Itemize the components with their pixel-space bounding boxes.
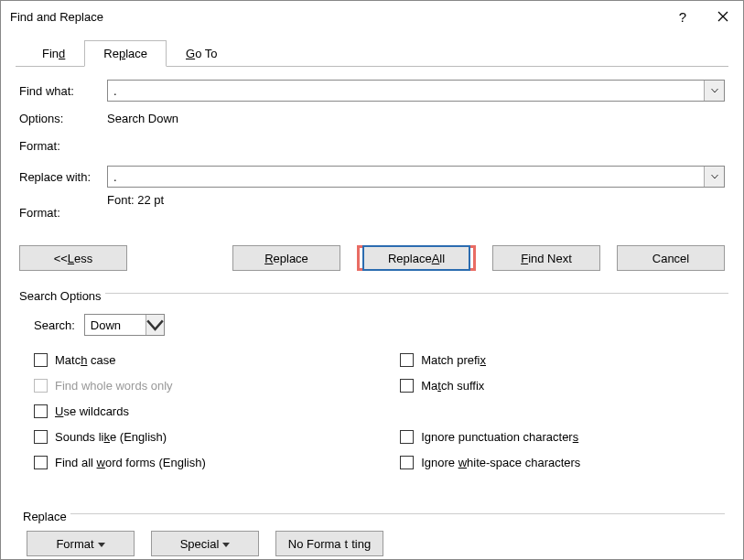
match-case-checkbox[interactable]: Match case bbox=[34, 347, 394, 372]
options-right-column: Match prefix Match suffix Ignore punctua… bbox=[394, 347, 725, 475]
ignore-whitespace-checkbox[interactable]: Ignore white-space characters bbox=[400, 449, 725, 475]
find-next-button[interactable]: Find Next bbox=[492, 245, 600, 271]
find-what-label: Find what: bbox=[19, 84, 107, 98]
use-wildcards-checkbox[interactable]: Use wildcards bbox=[34, 398, 394, 424]
format-label-1: Format: bbox=[19, 139, 107, 153]
checkbox-icon bbox=[34, 430, 48, 444]
dialog-body: Find Replace Go To Find what: Options: S… bbox=[1, 32, 743, 560]
search-direction-select[interactable]: Down bbox=[84, 314, 165, 336]
replace-with-dropdown-button[interactable] bbox=[704, 167, 724, 187]
sounds-like-checkbox[interactable]: Sounds like (English) bbox=[34, 424, 394, 449]
no-formatting-button[interactable]: No Formatting bbox=[275, 531, 383, 556]
caret-down-icon bbox=[222, 537, 230, 551]
search-direction-label: Search: bbox=[34, 318, 75, 332]
format-menu-button[interactable]: Format bbox=[27, 531, 135, 556]
checkbox-icon bbox=[400, 456, 414, 469]
match-prefix-checkbox[interactable]: Match prefix bbox=[400, 347, 725, 372]
tab-find[interactable]: Find bbox=[23, 40, 84, 67]
search-direction-dropdown-button[interactable] bbox=[146, 315, 164, 335]
whole-words-checkbox: Find whole words only bbox=[34, 372, 394, 398]
main-button-row: << Less Replace Replace All Find Next Ca… bbox=[16, 225, 728, 271]
ignore-punctuation-checkbox[interactable]: Ignore punctuation characters bbox=[400, 424, 725, 449]
replace-button[interactable]: Replace bbox=[232, 245, 340, 271]
cancel-button[interactable]: Cancel bbox=[617, 245, 725, 271]
search-options-heading: Search Options bbox=[16, 282, 105, 305]
bottom-section: Replace Format Special No Formatting bbox=[16, 475, 728, 556]
replace-with-combo[interactable] bbox=[107, 166, 725, 188]
chevron-down-icon bbox=[711, 174, 718, 179]
help-button[interactable]: ? bbox=[663, 3, 703, 30]
tab-strip: Find Replace Go To bbox=[16, 39, 728, 67]
checkbox-icon bbox=[34, 353, 48, 367]
options-value: Search Down bbox=[107, 112, 178, 125]
close-button[interactable] bbox=[703, 3, 743, 30]
options-columns: Match case Find whole words only Use wil… bbox=[16, 347, 728, 475]
replace-with-input[interactable] bbox=[108, 167, 704, 187]
search-direction-row: Search: Down bbox=[16, 305, 728, 347]
checkbox-icon bbox=[34, 456, 48, 469]
svg-marker-2 bbox=[98, 543, 105, 547]
checkbox-icon bbox=[400, 379, 414, 393]
close-icon bbox=[717, 11, 728, 22]
options-label: Options: bbox=[19, 112, 107, 125]
form-area: Find what: Options: Search Down Format: … bbox=[16, 67, 728, 220]
replace-with-label: Replace with: bbox=[19, 170, 107, 184]
options-left-column: Match case Find whole words only Use wil… bbox=[34, 347, 394, 475]
checkbox-icon bbox=[400, 353, 414, 367]
chevron-down-icon bbox=[146, 318, 164, 331]
checkbox-icon bbox=[34, 404, 48, 418]
divider bbox=[70, 513, 725, 514]
replace-all-button-highlight: Replace All bbox=[357, 245, 476, 271]
checkbox-icon bbox=[400, 430, 414, 444]
tab-replace[interactable]: Replace bbox=[84, 40, 167, 67]
word-forms-checkbox[interactable]: Find all word forms (English) bbox=[34, 449, 394, 475]
less-button[interactable]: << Less bbox=[19, 245, 127, 271]
format-label-2: Format: bbox=[19, 193, 107, 220]
caret-down-icon bbox=[98, 537, 105, 551]
dialog-title: Find and Replace bbox=[10, 10, 663, 24]
replace-all-button[interactable]: Replace All bbox=[362, 245, 470, 271]
chevron-down-icon bbox=[711, 88, 718, 93]
find-what-combo[interactable] bbox=[107, 80, 725, 102]
tab-goto[interactable]: Go To bbox=[167, 40, 236, 67]
find-what-input[interactable] bbox=[108, 81, 704, 101]
divider bbox=[105, 293, 728, 294]
match-suffix-checkbox[interactable]: Match suffix bbox=[400, 372, 725, 398]
find-what-dropdown-button[interactable] bbox=[704, 81, 724, 101]
replace-section-heading: Replace bbox=[19, 502, 70, 525]
find-replace-dialog: Find and Replace ? Find Replace Go To Fi… bbox=[0, 0, 744, 560]
svg-marker-3 bbox=[222, 543, 230, 547]
checkbox-icon bbox=[34, 379, 48, 393]
special-menu-button[interactable]: Special bbox=[151, 531, 259, 556]
bottom-button-row: Format Special No Formatting bbox=[19, 525, 725, 556]
format-value-2: Font: 22 pt bbox=[107, 193, 164, 207]
search-direction-value: Down bbox=[85, 315, 146, 335]
title-bar: Find and Replace ? bbox=[1, 1, 743, 32]
